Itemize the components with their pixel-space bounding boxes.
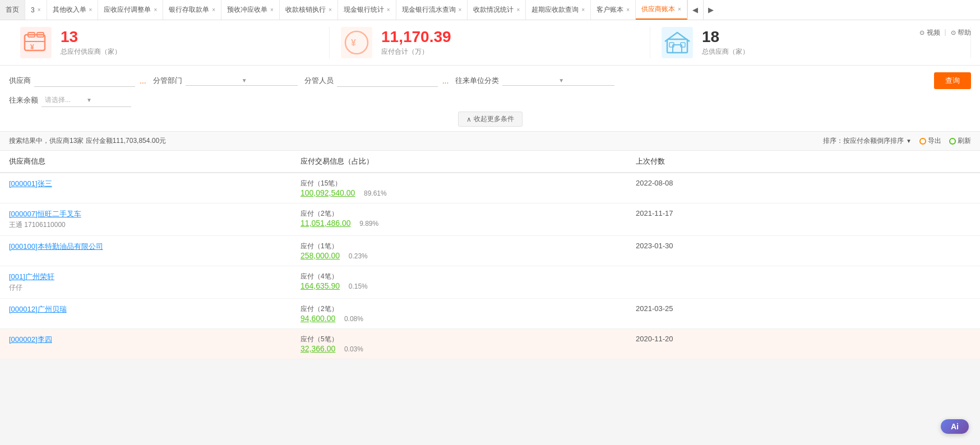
help-link[interactable]: ⊙ 帮助 (951, 28, 971, 38)
nav-arrow-right[interactable]: ▶ (703, 0, 719, 20)
nav-arrow-left[interactable]: ◀ (687, 0, 703, 20)
filter-person: 分管人员 ... (304, 75, 449, 87)
col-header-supplier: 供应商信息 (9, 156, 301, 166)
close-icon[interactable]: × (154, 7, 157, 13)
close-icon[interactable]: × (516, 7, 520, 13)
collapse-button[interactable]: ∧ 收起更多条件 (458, 112, 523, 127)
supplier-link-3[interactable]: [001]广州荣轩 (9, 272, 301, 282)
export-button[interactable]: 导出 (919, 136, 941, 146)
refresh-button[interactable]: 刷新 (949, 136, 971, 146)
close-icon[interactable]: × (626, 7, 630, 13)
supplier-cell-3: [001]广州荣轩 仔仔 (9, 272, 301, 293)
dept-select[interactable]: ▼ (186, 76, 298, 86)
supplier-cell-0: [000001]张三 (9, 179, 301, 190)
person-dots[interactable]: ... (442, 76, 449, 85)
sort-select[interactable]: 排序：按应付余额倒序排序 ▼ (823, 136, 912, 146)
balance-select-value: 请选择... (45, 95, 86, 105)
ai-badge[interactable]: Ai (941, 419, 969, 434)
col-header-tx: 应付交易信息（占比） (301, 156, 636, 166)
nav-customer-book[interactable]: 客户账本 × (591, 0, 636, 20)
nav-overdue-ar[interactable]: 超期应收款查询 × (526, 0, 591, 20)
tx-amount-0[interactable]: 100,092,540.00 (301, 188, 355, 197)
close-icon[interactable]: × (581, 7, 585, 13)
nav-bank-deposit-label: 银行存取款单 (169, 5, 209, 15)
stat-card-suppliers: ¥ 13 总应付供应商（家） (9, 27, 330, 58)
table-row: [000002]李四 应付（5笔） 32,366.00 0.03% 2020-1… (0, 329, 980, 359)
sort-dropdown-icon: ▼ (906, 138, 912, 144)
supplier-link-4[interactable]: [000012]广州贝瑞 (9, 304, 301, 314)
nav-cash-bank-stat[interactable]: 现金银行统计 × (338, 0, 396, 20)
nav-supplier-book[interactable]: 供应商账本 × (636, 0, 687, 20)
tx-cell-1: 应付（2笔） 11,051,486.00 9.89% (301, 209, 636, 228)
category-select[interactable]: ▼ (502, 76, 614, 86)
nav-receipt-stat-label: 收款情况统计 (473, 5, 514, 15)
balance-select[interactable]: 请选择... ▼ (41, 94, 131, 107)
tx-amount-4[interactable]: 94,600.00 (301, 314, 335, 323)
payable-icon: ¥ (341, 27, 372, 58)
supplier-link-2[interactable]: [000100]本特勤油品有限公司 (9, 242, 301, 252)
close-icon[interactable]: × (678, 6, 681, 12)
sort-label: 排序：按应付余额倒序排序 (823, 136, 904, 146)
supplier-link-5[interactable]: [000002]李四 (9, 335, 301, 345)
tx-cell-4: 应付（2笔） 94,600.00 0.08% (301, 304, 636, 323)
refresh-icon (949, 138, 956, 145)
tx-amount-1[interactable]: 11,051,486.00 (301, 219, 351, 228)
tx-amount-2[interactable]: 258,000.00 (301, 251, 340, 260)
filter-supplier: 供应商 ... (9, 75, 146, 87)
filter-dept: 分管部门 ▼ (153, 76, 298, 86)
close-icon[interactable]: × (38, 7, 41, 13)
tx-percent-1: 9.89% (359, 220, 378, 228)
filter-row-2: 往来余额 请选择... ▼ (9, 94, 971, 107)
nav-cash-flow[interactable]: 现金银行流水查询 × (396, 0, 468, 20)
close-icon[interactable]: × (459, 7, 462, 13)
supplier-cell-1: [000007]恒旺二手叉车 王通 17106110000 (9, 209, 301, 230)
supplier-link-0[interactable]: [000001]张三 (9, 179, 301, 189)
close-icon[interactable]: × (329, 7, 332, 13)
lastpay-cell-0: 2022-08-08 (636, 179, 971, 187)
supplier-sub-3: 仔仔 (9, 283, 301, 293)
person-filter-label: 分管人员 (304, 76, 334, 86)
close-icon[interactable]: × (89, 7, 93, 13)
supplier-link-1[interactable]: [000007]恒旺二手叉车 (9, 209, 301, 219)
result-summary: 搜索结果中，供应商13家 应付金额111,703,854.00元 (9, 136, 823, 146)
query-button[interactable]: 查询 (934, 72, 971, 89)
supplier-input[interactable] (34, 75, 135, 87)
top-nav: 首页 3 × 其他收入单 × 应收应付调整单 × 银行存取款单 × 预收冲应收单… (0, 0, 980, 20)
nav-overdue-ar-label: 超期应收款查询 (531, 5, 579, 15)
tx-label-3: 应付（4笔） (301, 272, 636, 281)
tx-amount-5[interactable]: 32,366.00 (301, 344, 335, 353)
tx-amount-3[interactable]: 164,635.90 (301, 281, 340, 290)
nav-home[interactable]: 首页 (0, 0, 25, 20)
top-right-links: ⊙ 视频 | ⊙ 帮助 (919, 28, 971, 38)
table-header: 供应商信息 应付交易信息（占比） 上次付数 (0, 151, 980, 173)
tx-cell-2: 应付（1笔） 258,000.00 0.23% (301, 242, 636, 260)
supplier-cell-4: [000012]广州贝瑞 (9, 304, 301, 316)
stat-label-payable: 应付合计（万） (381, 47, 451, 57)
close-icon[interactable]: × (212, 7, 215, 13)
filter-category: 往来单位分类 ▼ (455, 76, 614, 86)
tx-percent-3: 0.15% (349, 282, 368, 290)
nav-tab3-label: 3 (31, 6, 35, 14)
tx-percent-4: 0.08% (344, 315, 363, 323)
nav-receipt-verify[interactable]: 收款核销执行 × (280, 0, 338, 20)
nav-supplier-book-label: 供应商账本 (641, 4, 675, 14)
nav-bank-deposit[interactable]: 银行存取款单 × (163, 0, 221, 20)
lastpay-cell-5: 2020-11-20 (636, 335, 971, 343)
chevron-up-icon: ∧ (466, 115, 471, 123)
category-filter-label: 往来单位分类 (455, 76, 499, 86)
nav-tab3[interactable]: 3 × (25, 0, 47, 20)
supplier-filter-label: 供应商 (9, 76, 31, 86)
nav-cash-bank-stat-label: 现金银行统计 (344, 5, 384, 15)
nav-receipt-verify-label: 收款核销执行 (285, 5, 326, 15)
svg-rect-9 (662, 27, 693, 58)
data-table: 供应商信息 应付交易信息（占比） 上次付数 [000001]张三 应付（15笔）… (0, 151, 980, 359)
nav-other-income[interactable]: 其他收入单 × (47, 0, 99, 20)
close-icon[interactable]: × (387, 7, 390, 13)
nav-receipt-stat[interactable]: 收款情况统计 × (468, 0, 526, 20)
supplier-dots[interactable]: ... (140, 76, 146, 85)
nav-prepay-ar[interactable]: 预收冲应收单 × (221, 0, 280, 20)
video-link[interactable]: ⊙ 视频 (919, 28, 940, 38)
nav-ar-adjust[interactable]: 应收应付调整单 × (98, 0, 163, 20)
person-input[interactable] (337, 75, 438, 87)
close-icon[interactable]: × (270, 7, 274, 13)
